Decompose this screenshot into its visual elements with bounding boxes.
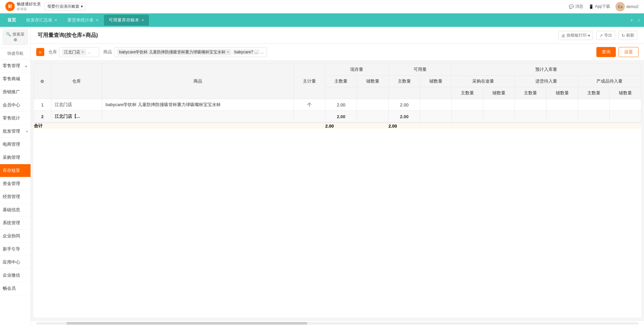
logo-text: 畅捷通好生意 — [17, 2, 41, 6]
page-title-row: 可用量查询(按仓库+商品) 🖨 按模板打印 ▾ ↗ 导出 ↻ 刷新 — [38, 31, 637, 43]
chevron-down-icon: ▾ — [81, 4, 83, 9]
tab-receipts[interactable]: 收发存汇总表 ✕ — [21, 15, 62, 26]
sidebar-item-marketing[interactable]: 营销推广 — [0, 86, 31, 99]
cell-avail-main: 2.00 — [388, 111, 420, 123]
more-icon[interactable]: ... — [88, 50, 91, 54]
sidebar-item-ecommerce[interactable]: 电商管理 — [0, 138, 31, 151]
horizontal-scrollbar[interactable] — [31, 320, 644, 326]
product-more-icon[interactable]: ... — [261, 50, 264, 54]
message-button[interactable]: 💬 消息 — [569, 4, 583, 9]
refresh-button[interactable]: ↻ 刷新 — [619, 31, 637, 40]
warehouse-filter-input[interactable]: 江北门店 ✕ ... — [59, 47, 99, 57]
user-label: demo2 — [626, 4, 639, 9]
tab-home[interactable]: 首页 — [3, 15, 21, 26]
sidebar-item-newbie[interactable]: 新手引导 — [0, 243, 31, 256]
summary-pa-main — [515, 123, 546, 129]
summary-available-main: 2.00 — [388, 123, 420, 129]
sidebar-item-retail-management[interactable]: 零售管理 ▲ — [0, 59, 31, 73]
summary-label: 合计 — [34, 123, 325, 129]
cell-avail-main: 2.00 — [388, 99, 420, 111]
logo-info: 畅捷通好生意 标准版 — [17, 2, 41, 11]
close-icon[interactable]: ✕ — [54, 18, 57, 22]
col-available-aux: 辅数量 — [420, 76, 451, 87]
summary-pt-aux — [483, 123, 515, 129]
cell-index: 2 — [34, 111, 51, 123]
sub-col4 — [420, 87, 451, 99]
summary-current-aux — [357, 123, 388, 129]
data-table: ⚙ 仓库 商品 主计量 现存量 可用量 预计入库量 主数量 辅数量 主数量 辅数… — [34, 63, 641, 129]
print-icon: 🖨 — [561, 33, 565, 38]
sidebar-item-basic-info[interactable]: 基础信息 — [0, 203, 31, 217]
cell-pa-main — [515, 111, 546, 123]
summary-prod-main — [578, 123, 609, 129]
refresh-icon: ↻ — [622, 33, 625, 38]
close-window-icon[interactable]: ✕ — [629, 18, 634, 22]
download-label: App下载 — [595, 4, 610, 9]
print-button[interactable]: 🖨 按模板打印 ▾ — [558, 31, 593, 40]
col-current-stock: 现存量 — [325, 64, 388, 76]
expand-window-icon[interactable]: ⤢ — [637, 18, 641, 22]
sidebar-item-member[interactable]: 会员中心 — [0, 99, 31, 112]
remove-warehouse-tag-icon[interactable]: ✕ — [81, 50, 84, 54]
sidebar-item-retail-stats[interactable]: 零售统计 — [0, 112, 31, 125]
sidebar-item-purchase[interactable]: 采购管理 — [0, 151, 31, 164]
cell-current-aux — [357, 111, 388, 123]
cell-unit: 个 — [294, 99, 325, 111]
sub-col3 — [388, 87, 420, 99]
warehouse-filter-label: 仓库 — [48, 49, 57, 55]
cell-unit — [294, 111, 325, 123]
sidebar-item-enterprise[interactable]: 企业协同 — [0, 230, 31, 243]
col-settings-icon[interactable]: ⚙ — [34, 64, 51, 99]
cell-prod-aux — [609, 99, 641, 111]
close-icon[interactable]: ✕ — [141, 18, 144, 22]
col-unit: 主计量 — [294, 64, 325, 99]
main-layout: 🔍 搜索菜单 快捷导航 零售管理 ▲ 零售商城 营销推广 会员中心 零售统计 批… — [0, 27, 644, 326]
table-area: ⚙ 仓库 商品 主计量 现存量 可用量 预计入库量 主数量 辅数量 主数量 辅数… — [34, 63, 641, 318]
summary-pt-main — [451, 123, 483, 129]
tab-purchase-stats[interactable]: 要货单统计表 ✕ — [63, 15, 103, 26]
sidebar-item-member2[interactable]: 畅会员 — [0, 282, 31, 295]
cell-prod-main — [578, 99, 609, 111]
summary-available-aux — [420, 123, 451, 129]
sidebar-item-retail-mall[interactable]: 零售商城 — [0, 73, 31, 86]
sidebar-item-finance[interactable]: 资金管理 — [0, 177, 31, 190]
export-button[interactable]: ↗ 导出 — [596, 31, 615, 40]
product-filter-group: 商品 babycare学饮杯 儿童防摔防撞吸管杯重力球吸嘴杯宝宝水杯 ✕ bab… — [103, 47, 267, 57]
sidebar-item-inventory[interactable]: 库存核算 — [0, 164, 31, 177]
sub-col-prod-aux: 辅数量 — [609, 87, 641, 99]
sub-col-pt-aux: 辅数量 — [483, 87, 515, 99]
col-purchase-transit: 采购在途量 — [451, 76, 515, 87]
warehouse-filter-group: 仓库 江北门店 ✕ ... — [48, 47, 99, 57]
template-selector[interactable]: 母婴行业演示账套 ▾ — [44, 3, 86, 10]
cell-pa-aux — [546, 111, 578, 123]
filter-bar: » 仓库 江北门店 ✕ ... 商品 babycare学饮杯 儿童防摔防撞吸管杯… — [31, 44, 644, 61]
sub-col-prod-main: 主数量 — [578, 87, 609, 99]
product-tag-2: babycare? ... — [232, 49, 260, 55]
sidebar-item-system[interactable]: 系统管理 — [0, 217, 31, 230]
quick-nav-button[interactable]: 快捷导航 — [0, 48, 31, 59]
sidebar-item-app-center[interactable]: 应用中心 — [0, 256, 31, 269]
cell-index: 1 — [34, 99, 51, 111]
col-production-pending: 产成品待入量 — [578, 76, 641, 87]
top-bar: 财 畅捷通好生意 标准版 母婴行业演示账套 ▾ 💬 消息 📱 App下载 Ea … — [0, 0, 644, 13]
top-bar-left: 财 畅捷通好生意 标准版 母婴行业演示账套 ▾ — [5, 2, 86, 11]
settings-button[interactable]: 设置 — [619, 47, 639, 57]
sidebar-item-operations[interactable]: 经营管理 — [0, 190, 31, 203]
cell-avail-aux — [420, 111, 451, 123]
scroll-thumb[interactable] — [66, 322, 307, 325]
summary-prod-aux — [609, 123, 641, 129]
message-icon: 💬 — [569, 4, 574, 9]
sidebar-search-area: 🔍 搜索菜单 — [0, 27, 31, 48]
user-area[interactable]: Ea demo2 — [615, 2, 639, 11]
query-button[interactable]: 查询 — [596, 47, 616, 57]
scroll-track[interactable] — [36, 322, 639, 325]
download-button[interactable]: 📱 App下载 — [589, 4, 610, 9]
filter-expand-button[interactable]: » — [36, 48, 44, 56]
product-filter-input[interactable]: babycare学饮杯 儿童防摔防撞吸管杯重力球吸嘴杯宝宝水杯 ✕ babyca… — [114, 47, 267, 57]
sidebar-item-wechat[interactable]: 企业微信 — [0, 269, 31, 282]
search-menu-button[interactable]: 🔍 搜索菜单 — [3, 30, 28, 45]
sidebar-item-wholesale[interactable]: 批发管理 ▾ — [0, 125, 31, 138]
remove-product-tag1-icon[interactable]: ✕ — [226, 50, 229, 54]
close-icon[interactable]: ✕ — [96, 18, 99, 22]
tab-available-stock[interactable]: 可用量库存账本 ✕ — [104, 15, 149, 26]
